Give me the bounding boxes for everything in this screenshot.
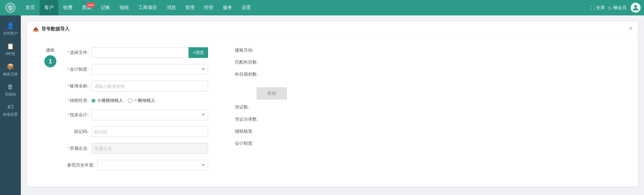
sidebar-item-migration[interactable]: 📦 账套迁移 — [0, 60, 21, 80]
tax-nature-row: *纳税性质: 小规模纳税人 一般纳税人 — [67, 97, 208, 104]
reference-year-row: 参照历史年度: — [67, 160, 208, 171]
memo-code-row: 助记码: — [67, 126, 208, 137]
step-circle: 1 — [44, 55, 56, 67]
voucher-entries-label: 凭证分录数: — [235, 116, 262, 122]
vip-btn[interactable]: ▷ 畅会员 — [609, 5, 627, 11]
nav-operation[interactable]: 经营 — [199, 0, 218, 15]
svg-point-1 — [634, 5, 637, 8]
nav-bookkeeping[interactable]: 记账 — [96, 0, 115, 15]
close-button[interactable]: × — [629, 25, 633, 31]
form-right: 建账月份: 匹配科目数: 科目期初数: 建账 凭证数: 凭证 — [208, 47, 309, 177]
sidebar-item-all-customers[interactable]: 👤 全部客户 — [0, 19, 21, 39]
nav-home[interactable]: 首页 — [21, 0, 40, 15]
sidebar-item-tags[interactable]: 🏷 标签设置 — [0, 100, 21, 120]
top-nav: 首页 客户 收费 票据 new 记账 报税 工商项目 消息 管理 经营 服务 设… — [0, 0, 644, 15]
panel-header-icon: 📤 — [33, 26, 39, 32]
voucher-count-row: 凭证数: — [235, 104, 309, 110]
accounting-system-select[interactable] — [91, 64, 208, 75]
form-center: *选择文件: +浏览 *会计制度: — [67, 47, 208, 177]
nav-items: 首页 客户 收费 票据 new 记账 报税 工商项目 消息 管理 经营 服务 设… — [21, 0, 590, 15]
step-badge: 建账 1 — [44, 47, 56, 67]
logo — [3, 1, 17, 15]
assigned-accountant-row: *指派会计: — [67, 110, 208, 120]
nav-invoice[interactable]: 票据 new — [77, 0, 96, 15]
general-taxpayer-radio[interactable]: 一般纳税人 — [128, 97, 155, 104]
voucher-count-label: 凭证数: — [235, 104, 262, 110]
nav-charge[interactable]: 收费 — [58, 0, 77, 15]
recycle-icon: 🗑 — [7, 83, 13, 90]
panel-title: 导爷数据导入 — [41, 26, 69, 32]
file-input-group: +浏览 — [91, 47, 208, 58]
belonging-company-row: *所属企业: — [67, 143, 208, 154]
panel-header: 📤 导爷数据导入 — [27, 21, 638, 37]
belonging-company-input[interactable] — [91, 143, 208, 154]
ledger-name-input[interactable] — [91, 81, 208, 91]
fullscreen-icon: ⛶ — [590, 5, 595, 10]
assigned-accountant-select-wrapper — [91, 110, 208, 120]
accounting-system-label: *会计制度: — [67, 66, 91, 72]
ledger-name-row: *账簿名称: — [67, 81, 208, 91]
accounting-system-select-wrapper — [91, 64, 208, 75]
select-file-label: *选择文件: — [67, 50, 91, 56]
assigned-accountant-select[interactable] — [91, 110, 208, 120]
small-taxpayer-radio[interactable]: 小规模纳税人 — [91, 97, 123, 104]
match-subjects-row: 匹配科目数: — [235, 59, 309, 65]
ledger-name-label: *账簿名称: — [67, 83, 91, 89]
nav-right: ⛶ 全屏 ▷ 畅会员 — [590, 3, 641, 13]
create-button-wrapper: 建账 — [235, 84, 309, 100]
main-panel: 📤 导爷数据导入 × 建账 1 *选择文件: — [27, 21, 638, 187]
fullscreen-btn[interactable]: ⛶ 全屏 — [590, 5, 605, 11]
initial-subjects-label: 科目期初数: — [235, 71, 262, 77]
new-badge: new — [87, 3, 95, 7]
vip-icon: ▷ — [609, 5, 612, 10]
content-area: 📤 导爷数据导入 × 建账 1 *选择文件: — [21, 15, 644, 195]
create-account-button[interactable]: 建账 — [257, 87, 287, 100]
nav-business[interactable]: 工商项目 — [134, 0, 162, 15]
declaration-icon: 📋 — [7, 43, 14, 50]
accounting-month-label: 建账月份: — [235, 47, 262, 53]
customers-icon: 👤 — [7, 22, 14, 29]
reference-year-select-wrapper — [97, 160, 208, 171]
nav-service[interactable]: 服务 — [218, 0, 237, 15]
memo-code-input[interactable] — [91, 126, 208, 137]
step-label: 建账 — [46, 47, 55, 53]
nav-settings[interactable]: 设置 — [237, 0, 256, 15]
avatar[interactable] — [631, 3, 641, 13]
nav-tax[interactable]: 报税 — [115, 0, 134, 15]
belonging-company-label: *所属企业: — [67, 145, 91, 151]
browse-button[interactable]: +浏览 — [189, 47, 208, 58]
nav-management[interactable]: 管理 — [181, 0, 199, 15]
step-indicator: 建账 1 — [40, 47, 67, 177]
auxiliary-accounting-row: 辅助核算: — [235, 128, 309, 134]
right-accounting-system-row: 会计制度: — [235, 140, 309, 146]
select-file-row: *选择文件: +浏览 — [67, 47, 208, 58]
tags-icon: 🏷 — [7, 104, 13, 111]
migration-icon: 📦 — [7, 63, 14, 70]
sidebar-item-zero-declaration[interactable]: 📋 0申报 — [0, 39, 21, 60]
form-container: 建账 1 *选择文件: +浏览 — [27, 37, 638, 187]
match-subjects-label: 匹配科目数: — [235, 59, 262, 65]
file-input[interactable] — [91, 47, 189, 58]
memo-code-label: 助记码: — [67, 129, 91, 135]
initial-subjects-row: 科目期初数: — [235, 71, 309, 77]
voucher-entries-row: 凭证分录数: — [235, 116, 309, 122]
tax-nature-label: *纳税性质: — [67, 97, 91, 104]
accounting-month-row: 建账月份: — [235, 47, 309, 53]
reference-year-select[interactable] — [97, 160, 208, 171]
tax-nature-radio-group: 小规模纳税人 一般纳税人 — [91, 97, 155, 104]
right-accounting-system-label: 会计制度: — [235, 140, 262, 146]
nav-message[interactable]: 消息 — [162, 0, 181, 15]
sidebar: 👤 全部客户 📋 0申报 📦 账套迁移 🗑 回收站 🏷 标签设置 — [0, 15, 21, 195]
auxiliary-accounting-label: 辅助核算: — [235, 128, 262, 134]
nav-customer[interactable]: 客户 — [40, 0, 58, 15]
assigned-accountant-label: *指派会计: — [67, 112, 91, 118]
reference-year-label: 参照历史年度: — [67, 162, 97, 168]
accounting-system-row: *会计制度: — [67, 64, 208, 75]
sidebar-item-recycle[interactable]: 🗑 回收站 — [0, 80, 21, 100]
main-layout: 👤 全部客户 📋 0申报 📦 账套迁移 🗑 回收站 🏷 标签设置 📤 导爷数据导… — [0, 15, 644, 195]
